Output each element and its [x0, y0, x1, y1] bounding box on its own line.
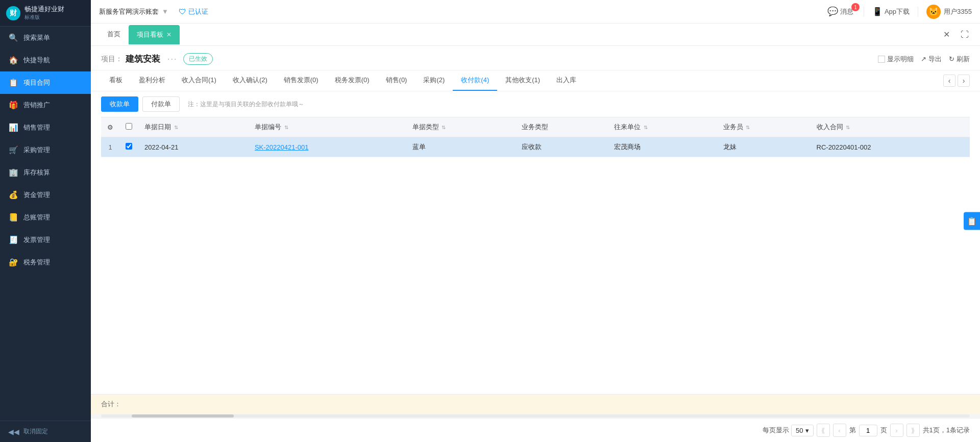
col-doc-type-sort-icon: ⇅: [442, 125, 446, 130]
sidebar-item-label-8: 总账管理: [23, 213, 50, 222]
row-doc-no-0[interactable]: SK-20220421-001: [249, 137, 406, 157]
sidebar-item-label-0: 搜索菜单: [23, 33, 50, 42]
sub-tab-tax-invoice[interactable]: 税务发票(0): [327, 70, 378, 91]
col-partner-sort-icon: ⇅: [644, 125, 648, 130]
receipt-toggle-btn[interactable]: 收款单: [101, 96, 138, 112]
sidebar-item-label-7: 资金管理: [23, 190, 50, 200]
table-total: 合计：: [91, 394, 980, 414]
sub-tab-other-income[interactable]: 其他收支(1): [497, 70, 548, 91]
page-next-btn[interactable]: ›: [890, 424, 903, 437]
export-btn[interactable]: ↗ 导出: [921, 55, 942, 64]
sub-tabs-next[interactable]: ›: [958, 75, 970, 87]
app-download-label: App下载: [885, 7, 910, 16]
table-row[interactable]: 1 2022-04-21 SK-20220421-001 蓝单 应收款 宏茂商场…: [101, 137, 970, 157]
table-scroll-bar[interactable]: [91, 414, 980, 418]
sub-tab-purchase[interactable]: 采购(2): [415, 70, 453, 91]
sidebar-nav: 🔍搜索菜单🏠快捷导航📋项目合同🎁营销推广📊销售管理🛒采购管理🏢库存核算💰资金管理…: [0, 27, 91, 421]
row-checkbox-0[interactable]: [119, 137, 138, 157]
logo-sub: 标准版: [24, 14, 64, 21]
sidebar-item-label-1: 快捷导航: [23, 56, 50, 65]
select-all-checkbox[interactable]: [126, 123, 132, 130]
page-last-icon: ⟫: [911, 427, 915, 434]
float-panel[interactable]: 📋: [964, 212, 980, 230]
page-number-input[interactable]: [859, 425, 877, 436]
sidebar-item-10[interactable]: 🔐税务管理: [0, 251, 91, 274]
pin-icon: ◀◀: [8, 428, 19, 436]
refresh-btn[interactable]: ↻ 刷新: [949, 55, 970, 64]
refresh-label: 刷新: [957, 55, 970, 64]
col-salesperson[interactable]: 业务员 ⇅: [717, 117, 811, 137]
sub-tabs-prev[interactable]: ‹: [943, 75, 955, 87]
sub-tab-income-confirm[interactable]: 收入确认(2): [225, 70, 276, 91]
page-prev-btn[interactable]: ‹: [833, 424, 846, 437]
project-more-btn[interactable]: ···: [167, 55, 177, 64]
tab-project-board[interactable]: 项目看板 ✕: [129, 25, 180, 44]
tab-home-label: 首页: [107, 30, 120, 39]
show-detail-checkbox[interactable]: [878, 56, 885, 63]
sidebar-item-icon-7: 💰: [8, 190, 18, 200]
total-label: 合计：: [101, 400, 121, 408]
page-content: 项目： 建筑安装 ··· 已生效 显示明细 ↗ 导出 ↻ 刷新: [91, 46, 980, 442]
user-btn[interactable]: 🐱 用户3355: [926, 5, 972, 19]
col-doc-type-label: 单据类型: [412, 123, 439, 131]
page-size-box[interactable]: 50 ▾: [791, 425, 813, 436]
sub-tab-kanban[interactable]: 看板: [101, 70, 131, 91]
sidebar-item-8[interactable]: 📒总账管理: [0, 206, 91, 229]
sidebar-item-0[interactable]: 🔍搜索菜单: [0, 27, 91, 49]
sidebar-unpin[interactable]: ◀◀ 取消固定: [0, 421, 91, 442]
row-doc-no-link-0[interactable]: SK-20220421-001: [255, 143, 309, 151]
sidebar-item-2[interactable]: 📋项目合同: [0, 71, 91, 94]
maximize-window-btn[interactable]: ⛶: [958, 28, 972, 42]
sidebar-item-1[interactable]: 🏠快捷导航: [0, 49, 91, 71]
payment-toggle-btn[interactable]: 付款单: [142, 96, 180, 112]
scroll-thumb[interactable]: [132, 414, 234, 418]
sidebar-item-icon-2: 📋: [8, 78, 18, 88]
sub-tab-profit[interactable]: 盈利分析: [131, 70, 174, 91]
sidebar-item-3[interactable]: 🎁营销推广: [0, 94, 91, 116]
sidebar-item-6[interactable]: 🏢库存核算: [0, 161, 91, 184]
sub-tab-receipt-payment[interactable]: 收付款(4): [453, 70, 497, 91]
pagination: 每页显示 50 ▾ ⟪ ‹ 第 页 › ⟫ 共1页，1条记录: [91, 418, 980, 442]
sidebar-item-4[interactable]: 📊销售管理: [0, 116, 91, 139]
col-select-all[interactable]: [119, 117, 138, 137]
col-gear[interactable]: ⚙: [101, 117, 119, 137]
tab-home[interactable]: 首页: [99, 24, 129, 45]
show-detail-checkbox-area[interactable]: 显示明细: [878, 55, 914, 64]
project-header-actions: 显示明细 ↗ 导出 ↻ 刷新: [878, 55, 970, 64]
app-download-btn[interactable]: 📱 App下载: [872, 7, 910, 16]
sub-tab-sales-invoice[interactable]: 销售发票(0): [276, 70, 327, 91]
page-last-btn[interactable]: ⟫: [906, 424, 920, 437]
logo-text: 畅捷通好业财: [24, 5, 64, 14]
topbar-project[interactable]: 新服务官网演示账套 ▼: [99, 7, 168, 16]
sidebar-item-7[interactable]: 💰资金管理: [0, 184, 91, 206]
tabs-bar: 首页 项目看板 ✕ ✕ ⛶: [91, 23, 980, 46]
row-biz-type-0: 应收款: [516, 137, 608, 157]
col-income-contract-label: 收入合同: [817, 123, 843, 131]
sidebar-item-icon-3: 🎁: [8, 100, 18, 110]
phone-icon: 📱: [872, 7, 883, 16]
sidebar-item-9[interactable]: 🧾发票管理: [0, 229, 91, 251]
sub-tab-sales[interactable]: 销售(0): [378, 70, 415, 91]
sidebar-item-icon-9: 🧾: [8, 235, 18, 245]
row-partner-0: 宏茂商场: [608, 137, 717, 157]
message-btn[interactable]: 💬 消息 1: [825, 6, 855, 17]
col-doc-no[interactable]: 单据编号 ⇅: [249, 117, 406, 137]
sidebar-item-icon-10: 🔐: [8, 257, 18, 267]
page-next-icon: ›: [895, 427, 897, 434]
col-doc-type[interactable]: 单据类型 ⇅: [406, 117, 516, 137]
page-first-btn[interactable]: ⟪: [817, 424, 830, 437]
sidebar-item-label-2: 项目合同: [23, 78, 50, 87]
col-income-contract[interactable]: 收入合同 ⇅: [811, 117, 970, 137]
col-partner[interactable]: 往来单位 ⇅: [608, 117, 717, 137]
sidebar-item-5[interactable]: 🛒采购管理: [0, 139, 91, 161]
page-size-select: 每页显示 50 ▾: [763, 425, 813, 436]
close-window-btn[interactable]: ✕: [939, 28, 953, 42]
export-icon: ↗: [921, 55, 926, 63]
sub-tab-income-contract[interactable]: 收入合同(1): [174, 70, 225, 91]
row-select-checkbox-0[interactable]: [126, 143, 132, 150]
tab-close-icon[interactable]: ✕: [166, 32, 172, 38]
tabs-right: ✕ ⛶: [939, 28, 972, 42]
col-date[interactable]: 单据日期 ⇅: [138, 117, 249, 137]
sub-tab-in-out-stock[interactable]: 出入库: [548, 70, 584, 91]
page-size-value: 50: [796, 427, 803, 434]
